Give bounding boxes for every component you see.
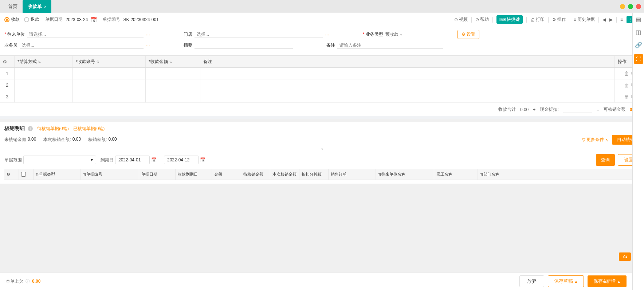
- footer-left: 本单上欠 ⓘ 0.00: [6, 278, 40, 285]
- row-1-account[interactable]: [73, 68, 146, 79]
- maximize-button[interactable]: [628, 4, 633, 9]
- panel-icon-table[interactable]: ▤: [636, 16, 641, 23]
- note-input[interactable]: [337, 42, 443, 49]
- cal-to-icon[interactable]: 📅: [200, 157, 205, 162]
- query-btn[interactable]: 查询: [596, 154, 615, 166]
- window-controls: [620, 4, 641, 9]
- staff-more-btn[interactable]: ···: [146, 43, 150, 48]
- bth-due-date: 收款到期日: [176, 169, 212, 180]
- btn-print[interactable]: 🖨 打印: [530, 16, 545, 23]
- bth-dept: ⇅部门名称: [478, 169, 514, 180]
- row-3-remark[interactable]: [200, 91, 615, 102]
- row-3-delete-btn[interactable]: 🗑: [624, 94, 629, 100]
- staff-input[interactable]: [20, 42, 144, 49]
- biz-type-arrow[interactable]: ▾: [400, 32, 402, 37]
- select-all-checkbox[interactable]: [21, 172, 26, 177]
- radio-refund[interactable]: 退款: [24, 16, 39, 23]
- staff-label: 业务员: [4, 42, 17, 48]
- table-header: ⚙ * 结算方式 ⇅ * 收款账号 ⇅ * 收款金额 ⇅ 备注 操作: [0, 56, 644, 68]
- radio-refund-label: 退款: [31, 16, 39, 23]
- divider1: [471, 17, 472, 23]
- shop-field: 门店 ···: [184, 31, 329, 38]
- row-1-amount[interactable]: [146, 68, 200, 79]
- btn-history[interactable]: ≡ 历史单据: [574, 16, 595, 23]
- table-row: 1 🗑 ⧉: [0, 68, 644, 79]
- panel-icon-link[interactable]: 🔗: [635, 42, 642, 48]
- range-select[interactable]: ▾: [23, 156, 96, 164]
- minimize-button[interactable]: [620, 4, 625, 9]
- tab-receipt-close[interactable]: ×: [44, 4, 46, 9]
- draft-button[interactable]: 保存草稿 ▲: [548, 275, 584, 287]
- btn-ops[interactable]: ⚙ 操作: [552, 16, 566, 23]
- btn-shortcut[interactable]: ⌨ 快捷键: [496, 15, 523, 24]
- row-2-account[interactable]: [73, 79, 146, 91]
- set-button[interactable]: ⚙ 设置: [458, 30, 479, 39]
- unchecked-amount: 未核销金额 0.00: [4, 137, 36, 143]
- panel-icon-doc[interactable]: ◫: [636, 29, 641, 36]
- th-settings[interactable]: ⚙: [0, 56, 15, 67]
- row-3-amount[interactable]: [146, 91, 200, 102]
- writeoff-section: 核销明细 i 待核销单据(0笔) 已核销单据(0笔) 未核销金额 0.00 本次…: [0, 122, 644, 184]
- collapse-arrow[interactable]: ∨: [321, 147, 323, 151]
- discount-input[interactable]: [563, 106, 592, 113]
- more-conditions-btn[interactable]: ▽ 更多条件 ∧: [582, 137, 608, 143]
- date-to-input[interactable]: [164, 156, 199, 164]
- shop-more-btn[interactable]: ···: [325, 32, 329, 38]
- bth-partner: ⇅往来单位名称: [376, 169, 434, 180]
- bth-staff: 员工名称: [434, 169, 478, 180]
- partner-input[interactable]: [27, 31, 144, 38]
- row-1-delete-btn[interactable]: 🗑: [624, 71, 629, 77]
- th-remark: 备注: [200, 56, 615, 67]
- btn-menu[interactable]: ≡: [620, 17, 623, 22]
- btn-help-label: 帮助: [480, 16, 489, 23]
- row-2-remark[interactable]: [200, 79, 615, 91]
- radio-receipt[interactable]: 收款: [4, 16, 20, 23]
- row-2-settlement[interactable]: [15, 79, 73, 91]
- date-from-input[interactable]: [115, 156, 150, 164]
- bth-checkbox[interactable]: [19, 169, 34, 180]
- save-new-button[interactable]: 保存&新增 ▲: [588, 275, 627, 287]
- footer-buttons: 放弃 保存草稿 ▲ 保存&新增 ▲: [519, 275, 627, 287]
- ai-badge[interactable]: Ai: [619, 252, 631, 261]
- row-1-remark[interactable]: [200, 68, 615, 79]
- partner-more-btn[interactable]: ···: [146, 32, 150, 38]
- bth-doc-no: ⇅单据编号: [81, 169, 139, 180]
- cal-from-icon[interactable]: 📅: [151, 157, 157, 162]
- row-2-amount[interactable]: [146, 79, 200, 91]
- history-icon: ≡: [574, 17, 576, 22]
- info-icon[interactable]: i: [28, 126, 33, 131]
- divider2: [492, 17, 493, 23]
- video-icon: ⊙: [454, 17, 458, 22]
- row-3-settlement[interactable]: [15, 91, 73, 102]
- discard-button[interactable]: 放弃: [519, 275, 544, 287]
- shortcut-icon: ⌨: [499, 17, 506, 22]
- row-3-account[interactable]: [73, 91, 146, 102]
- date-picker-icon[interactable]: 📅: [91, 17, 97, 23]
- done-link[interactable]: 已核销单据(0笔): [73, 126, 105, 132]
- panel-icon-expand[interactable]: ⛶: [634, 54, 643, 64]
- row-1-settlement[interactable]: [15, 68, 73, 79]
- doc-no-label: 单据编号: [103, 16, 120, 23]
- bth-settings[interactable]: ⚙: [4, 169, 19, 180]
- summary-input[interactable]: [195, 42, 293, 49]
- btn-video-label: 视频: [459, 16, 468, 23]
- pending-link[interactable]: 待核销单据(0笔): [37, 126, 69, 132]
- btn-nav-prev[interactable]: ◀: [602, 17, 606, 22]
- writeoff-tabs: 待核销单据(0笔) 已核销单据(0笔): [37, 126, 105, 132]
- summary-label: 摘要: [184, 42, 192, 48]
- btn-help[interactable]: ⊙ 帮助: [475, 16, 489, 23]
- tab-bar: 首页 收款单 ×: [0, 0, 644, 13]
- btn-nav-next[interactable]: ▶: [609, 17, 613, 22]
- shop-label: 门店: [184, 31, 192, 38]
- divider7: [616, 17, 617, 23]
- draft-arrow-icon: ▲: [574, 279, 578, 283]
- close-button[interactable]: [636, 4, 641, 9]
- row-2-delete-btn[interactable]: 🗑: [624, 82, 629, 88]
- shop-input[interactable]: [195, 31, 323, 38]
- radio-receipt-label: 收款: [11, 16, 20, 23]
- section-title: 核销明细 i: [4, 125, 33, 132]
- btn-video[interactable]: ⊙ 视频: [454, 16, 468, 23]
- biz-type-select[interactable]: 预收款 ▾: [385, 31, 455, 38]
- tab-home[interactable]: 首页: [3, 0, 23, 13]
- tab-receipt[interactable]: 收款单 ×: [23, 0, 51, 13]
